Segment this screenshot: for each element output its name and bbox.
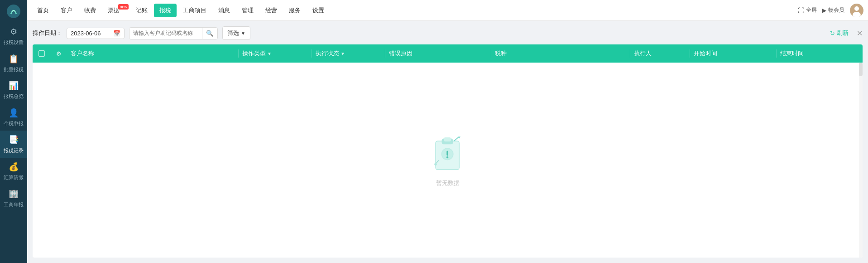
nav-billing[interactable]: 收费	[79, 4, 101, 17]
sidebar: ⚙ 报税设置 📋 批量报税 📊 报税总览 👤 个税申报 📑 报税记录 💰 汇算清…	[0, 0, 27, 263]
th-status[interactable]: 执行状态 ▼	[312, 49, 385, 58]
calendar-icon: 📅	[113, 30, 120, 37]
date-picker[interactable]: 📅	[67, 28, 125, 39]
th-error: 错误原因	[385, 49, 491, 58]
svg-rect-9	[446, 151, 448, 156]
topnav: 首页 客户 收费 票据 new 记账 报税 工商项目 消息 管理 经营 服务 设…	[27, 0, 868, 21]
settlement-icon: 💰	[9, 161, 19, 173]
empty-illustration	[427, 133, 468, 174]
table-header: ⚙ 客户名称 操作类型 ▼ 执行状态 ▼ 错误原因 税种	[33, 44, 863, 63]
nav-management[interactable]: 管理	[236, 4, 259, 17]
page-area: 操作日期： 📅 🔍 筛选 ▼ ↻ 刷新 ✕	[27, 21, 868, 263]
empty-text: 暂无数据	[436, 179, 460, 187]
tax-records-icon: 📑	[9, 134, 19, 146]
date-input[interactable]	[71, 30, 111, 37]
search-icon: 🔍	[206, 30, 214, 37]
close-button[interactable]: ✕	[857, 29, 863, 38]
date-label: 操作日期：	[33, 29, 62, 37]
fullscreen-icon: ⛶	[798, 7, 804, 14]
select-all-checkbox[interactable]	[38, 50, 45, 57]
filter-button[interactable]: 筛选 ▼	[222, 26, 250, 40]
search-input[interactable]	[129, 28, 202, 39]
th-starttime: 开始时间	[690, 49, 777, 58]
scroll-thumb[interactable]	[859, 63, 863, 76]
nav-operations[interactable]: 经营	[260, 4, 283, 17]
nav-services[interactable]: 服务	[283, 4, 306, 17]
tax-settings-icon: ⚙	[10, 26, 17, 38]
settings-icon: ⚙	[56, 50, 62, 57]
main-content: 首页 客户 收费 票据 new 记账 报税 工商项目 消息 管理 经营 服务 设…	[27, 0, 868, 263]
sidebar-item-tax-settings[interactable]: ⚙ 报税设置	[0, 23, 27, 50]
user-avatar[interactable]	[850, 4, 863, 17]
empty-state: 暂无数据	[418, 124, 477, 196]
play-icon: ▶	[822, 7, 826, 14]
nav-business[interactable]: 工商项目	[177, 4, 212, 17]
svg-marker-12	[459, 136, 460, 138]
personal-tax-icon: 👤	[9, 107, 19, 119]
th-checkbox[interactable]	[33, 50, 51, 57]
tax-overview-icon: 📊	[9, 80, 19, 92]
search-wrap: 🔍	[129, 27, 218, 39]
th-optype[interactable]: 操作类型 ▼	[239, 49, 312, 58]
nav-accounting[interactable]: 记账	[130, 4, 153, 17]
new-badge: new	[118, 4, 129, 10]
nav-tickets[interactable]: 票据 new	[102, 4, 129, 17]
sort-optype-icon: ▼	[267, 51, 272, 56]
svg-line-11	[454, 137, 459, 141]
table-body: 暂无数据	[33, 63, 863, 258]
refresh-btn[interactable]: ↻ 刷新	[830, 29, 849, 37]
fullscreen-btn[interactable]: ⛶ 全屏	[798, 6, 817, 14]
svg-point-10	[446, 156, 448, 159]
svg-rect-6	[444, 137, 451, 141]
table-container: ⚙ 客户名称 操作类型 ▼ 执行状态 ▼ 错误原因 税种	[33, 44, 863, 258]
search-button[interactable]: 🔍	[202, 28, 217, 39]
sidebar-item-settlement[interactable]: 💰 汇算清缴	[0, 158, 27, 185]
sidebar-logo[interactable]	[0, 0, 27, 23]
filter-bar: 操作日期： 📅 🔍 筛选 ▼ ↻ 刷新 ✕	[33, 26, 863, 40]
scroll-indicator[interactable]	[859, 63, 863, 258]
topnav-items: 首页 客户 收费 票据 new 记账 报税 工商项目 消息 管理 经营 服务 设…	[32, 4, 798, 17]
nav-home[interactable]: 首页	[32, 4, 54, 17]
nav-customers[interactable]: 客户	[55, 4, 78, 17]
th-executor: 执行人	[630, 49, 691, 58]
sort-status-icon: ▼	[340, 51, 345, 56]
sidebar-item-batch-tax[interactable]: 📋 批量报税	[0, 50, 27, 77]
nav-settings[interactable]: 设置	[307, 4, 330, 17]
th-endtime: 结束时间	[777, 49, 863, 58]
batch-tax-icon: 📋	[9, 54, 19, 65]
topnav-right: ⛶ 全屏 ▶ 畅会员	[798, 4, 863, 17]
svg-point-0	[7, 5, 20, 18]
nav-tax[interactable]: 报税	[154, 4, 177, 17]
sidebar-item-tax-overview[interactable]: 📊 报税总览	[0, 77, 27, 104]
chevron-down-icon: ▼	[241, 31, 245, 36]
sidebar-item-annual-report[interactable]: 🏢 工商年报	[0, 185, 27, 212]
sidebar-item-tax-records[interactable]: 📑 报税记录	[0, 131, 27, 158]
sidebar-item-personal-tax[interactable]: 👤 个税申报	[0, 104, 27, 131]
th-settings[interactable]: ⚙	[51, 50, 67, 57]
th-tax: 税种	[491, 49, 630, 58]
svg-point-2	[854, 6, 859, 11]
th-name: 客户名称	[67, 49, 239, 58]
svg-point-14	[434, 163, 436, 166]
member-btn[interactable]: ▶ 畅会员	[822, 6, 844, 14]
nav-messages[interactable]: 消息	[213, 4, 235, 17]
annual-report-icon: 🏢	[9, 188, 19, 200]
refresh-icon: ↻	[830, 30, 835, 37]
